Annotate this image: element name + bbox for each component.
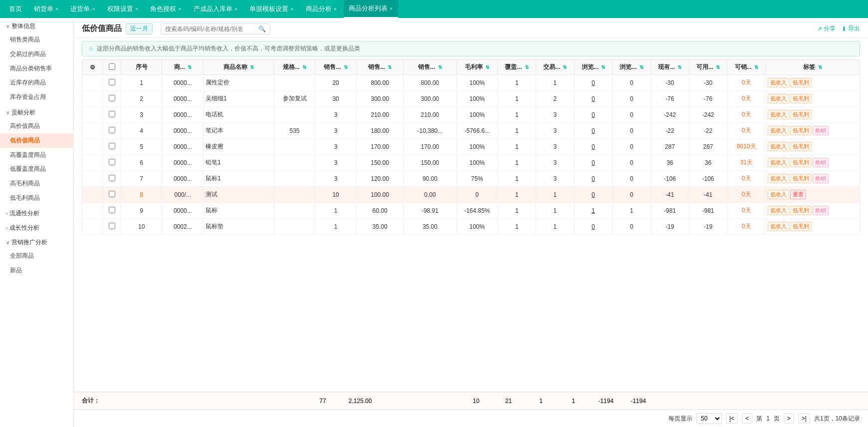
row-browse1[interactable]: 1 — [574, 203, 613, 219]
row-browse1[interactable]: 0 — [574, 91, 613, 107]
row-checkbox[interactable] — [109, 159, 115, 165]
browse1-link[interactable]: 1 — [592, 207, 595, 214]
sidebar-item-high-coverage[interactable]: 高覆盖度商品 — [0, 148, 73, 162]
browse1-link[interactable]: 0 — [592, 223, 595, 230]
browse1-link[interactable]: 0 — [592, 175, 595, 182]
row-tags: 低收入低毛利热销 — [766, 123, 860, 139]
sidebar-item-low-value[interactable]: 低价值商品 — [0, 133, 73, 148]
col-browse2[interactable]: 浏览... ⇅ — [613, 60, 651, 75]
prev-page-button[interactable]: < — [742, 414, 752, 424]
col-tags[interactable]: 标签 ⇅ — [766, 60, 860, 75]
export-button[interactable]: ⬇ 导出 — [842, 24, 860, 33]
sidebar-group-circulation[interactable]: › 流通性分析 — [0, 205, 73, 220]
nav-product-analysis-list[interactable]: 商品分析列表 × — [344, 0, 398, 18]
search-box[interactable]: 🔍 — [161, 23, 270, 34]
select-all-checkbox[interactable] — [109, 63, 115, 70]
row-sellable-days: 8610天 — [727, 139, 766, 155]
sidebar-item-low-margin[interactable]: 低毛利商品 — [0, 191, 73, 205]
col-spec[interactable]: 规格... ⇅ — [274, 60, 315, 75]
sidebar-group-overall[interactable]: ∨ 整体信息 — [0, 18, 73, 32]
browse1-link[interactable]: 0 — [592, 143, 595, 150]
row-browse1[interactable]: 0 — [574, 139, 613, 155]
col-name[interactable]: 商品名称 ⇅ — [204, 60, 274, 75]
row-browse1[interactable]: 0 — [574, 123, 613, 139]
sidebar-item-high-value[interactable]: 高价值商品 — [0, 119, 73, 133]
nav-template-settings[interactable]: 单据模板设置 × — [244, 0, 298, 18]
col-checkbox[interactable] — [103, 60, 121, 75]
row-browse1[interactable]: 0 — [574, 75, 613, 91]
search-input[interactable] — [165, 25, 258, 32]
row-checkbox[interactable] — [109, 175, 115, 181]
col-current-stock[interactable]: 现有... ⇅ — [651, 60, 689, 75]
browse1-link[interactable]: 0 — [592, 191, 595, 198]
page-size-select[interactable]: 50 100 200 — [696, 413, 722, 424]
row-checkbox[interactable] — [109, 143, 115, 149]
col-sellable[interactable]: 可销... ⇅ — [727, 60, 766, 75]
sidebar-item-all-products[interactable]: 全部商品 — [0, 249, 73, 263]
row-name[interactable]: 橡皮擦 — [204, 139, 274, 155]
col-sale-qty[interactable]: 销售... ⇅ — [315, 60, 357, 75]
sidebar-item-near-stock[interactable]: 近库存的商品 — [0, 75, 73, 90]
row-name[interactable]: 鼠标 — [204, 203, 274, 219]
row-checkbox[interactable] — [109, 191, 115, 197]
sidebar-item-high-margin[interactable]: 高毛利商品 — [0, 176, 73, 191]
next-page-button[interactable]: > — [784, 414, 794, 424]
col-sale-amount[interactable]: 销售... ⇅ — [356, 60, 403, 75]
col-settings[interactable]: ⚙ — [82, 60, 103, 75]
row-browse1[interactable]: 0 — [574, 107, 613, 123]
nav-permissions[interactable]: 权限设置 × — [102, 0, 143, 18]
row-checkbox[interactable] — [109, 223, 115, 229]
nav-role-auth[interactable]: 角色授权 × — [145, 0, 186, 18]
row-browse1[interactable]: 0 — [574, 187, 613, 203]
browse1-link[interactable]: 0 — [592, 127, 595, 134]
col-sale-profit[interactable]: 销售... ⇅ — [404, 60, 456, 75]
col-gross-margin[interactable]: 毛利率 ⇅ — [456, 60, 498, 75]
row-browse1[interactable]: 0 — [574, 155, 613, 171]
nav-product-entry[interactable]: 产成品入库单 × — [189, 0, 242, 18]
row-checkbox[interactable] — [109, 127, 115, 133]
sidebar-group-marketing[interactable]: ∨ 营销推广分析 — [0, 234, 73, 249]
row-name[interactable]: 电话机 — [204, 107, 274, 123]
row-name[interactable]: 鼠标1 — [204, 171, 274, 187]
nav-product-analysis[interactable]: 商品分析 × — [301, 0, 342, 18]
sidebar-item-new-products[interactable]: 新品 — [0, 263, 73, 278]
row-checkbox[interactable] — [109, 207, 115, 213]
share-button[interactable]: ↗ 分享 — [817, 24, 836, 33]
sidebar-group-contribution[interactable]: ∨ 贡献分析 — [0, 104, 73, 119]
row-browse1[interactable]: 0 — [574, 219, 613, 235]
nav-sales-order[interactable]: 销货单 × — [29, 0, 63, 18]
row-spec — [274, 171, 315, 187]
sidebar-item-traded-products[interactable]: 交易过的商品 — [0, 47, 73, 61]
row-name[interactable]: 吴细细1 — [204, 91, 274, 107]
row-name[interactable]: 鼠标垫 — [204, 219, 274, 235]
row-name[interactable]: 铅笔1 — [204, 155, 274, 171]
col-coverage[interactable]: 覆盖... ⇅ — [498, 60, 536, 75]
browse1-link[interactable]: 0 — [592, 95, 595, 102]
tag-低收入: 低收入 — [768, 158, 789, 167]
sidebar-item-sales-products[interactable]: 销售类商品 — [0, 32, 73, 47]
row-name[interactable]: 笔记本 — [204, 123, 274, 139]
col-browse1[interactable]: 浏览... ⇅ — [574, 60, 613, 75]
table-container[interactable]: ⚙ 序号 商... ⇅ 商品名称 ⇅ 规格... ⇅ 销售... ⇅ 销售...… — [82, 59, 860, 392]
browse1-link[interactable]: 0 — [592, 79, 595, 86]
browse1-link[interactable]: 0 — [592, 159, 595, 166]
nav-purchase-order[interactable]: 进货单 × — [65, 0, 100, 18]
col-available[interactable]: 可用... ⇅ — [689, 60, 727, 75]
row-browse1[interactable]: 0 — [574, 171, 613, 187]
last-page-button[interactable]: >| — [798, 414, 810, 424]
sidebar-item-category-sales-rate[interactable]: 商品分类销售率 — [0, 61, 73, 76]
first-page-button[interactable]: |< — [726, 414, 738, 424]
sidebar-item-stock-capital[interactable]: 库存资金占用 — [0, 90, 73, 104]
col-trade-count[interactable]: 交易... ⇅ — [536, 60, 574, 75]
col-code[interactable]: 商... ⇅ — [162, 60, 204, 75]
row-checkbox[interactable] — [109, 95, 115, 101]
row-checkbox[interactable] — [109, 79, 115, 85]
sidebar-group-growth[interactable]: › 成长性分析 — [0, 220, 73, 234]
date-filter-button[interactable]: 近一月 — [126, 23, 153, 34]
browse1-link[interactable]: 0 — [592, 111, 595, 118]
row-checkbox[interactable] — [109, 111, 115, 117]
nav-home[interactable]: 首页 — [4, 0, 27, 18]
row-name[interactable]: 属性定价 — [204, 75, 274, 91]
row-name[interactable]: 测试 — [204, 187, 274, 203]
sidebar-item-low-coverage[interactable]: 低覆盖度商品 — [0, 162, 73, 176]
